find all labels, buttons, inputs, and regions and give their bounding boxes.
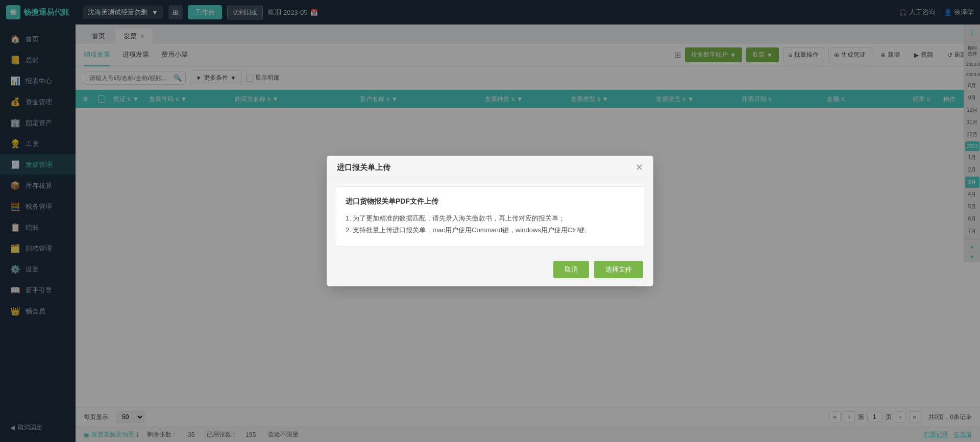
modal-close-btn[interactable]: ✕ [635, 163, 643, 172]
modal-notes: 1. 为了更加精准的数据匹配，请先录入海关缴款书，再上传对应的报关单； 2. 支… [346, 212, 634, 236]
modal-title: 进口报关单上传 [337, 163, 390, 173]
modal-body-title: 进口货物报关单PDF文件上传 [346, 197, 634, 206]
modal-cancel-btn[interactable]: 取消 [553, 261, 589, 278]
modal-overlay: 进口报关单上传 ✕ 进口货物报关单PDF文件上传 1. 为了更加精准的数据匹配，… [0, 0, 980, 442]
modal-body: 进口货物报关单PDF文件上传 1. 为了更加精准的数据匹配，请先录入海关缴款书，… [335, 186, 645, 247]
modal-note-2: 2. 支持批量上传进口报关单，mac用户使用Command键，windows用户… [346, 224, 634, 236]
modal-footer: 取消 选择文件 [327, 255, 653, 286]
modal-select-file-btn[interactable]: 选择文件 [594, 261, 643, 278]
modal-header: 进口报关单上传 ✕ [327, 156, 653, 178]
modal-note-1: 1. 为了更加精准的数据匹配，请先录入海关缴款书，再上传对应的报关单； [346, 212, 634, 224]
modal-dialog: 进口报关单上传 ✕ 进口货物报关单PDF文件上传 1. 为了更加精准的数据匹配，… [327, 156, 653, 287]
